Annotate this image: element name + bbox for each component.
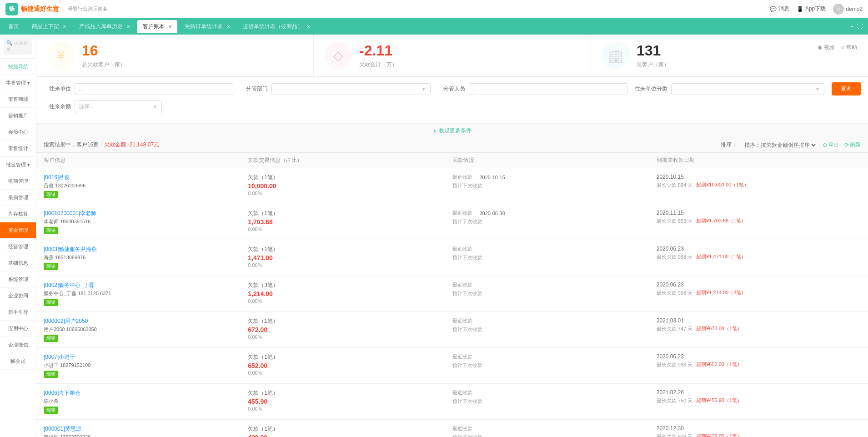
sidebar-item-ecommerce[interactable]: 电商管理 (0, 173, 36, 190)
maximize-icon[interactable]: ⛶ (857, 23, 863, 30)
debt-customers-value: 16 (82, 42, 125, 59)
debt-percent: 0.00% (248, 226, 452, 232)
next-pay-label: 预计下次收款 (452, 326, 657, 333)
sidebar-item-marketing[interactable]: 营销推广 (0, 108, 36, 124)
overdue-amount[interactable]: 超期¥1,471.00（1笔） (696, 253, 746, 260)
sidebar-item-finance[interactable]: 资金管理 (0, 222, 36, 239)
tab-inventory-stats[interactable]: 进货单统计表（按商品） ✕ (237, 20, 316, 33)
collection-cell: 最近收款 预计下次收款 (452, 425, 657, 437)
customer-name[interactable]: [0003]畅捷服务尹海燕 (44, 246, 248, 253)
overdue-days: 最长欠款 998 天 (657, 254, 692, 261)
table-row: [000001]黄思源 黄思源 13552700226 现销 欠款（1笔） 42… (36, 420, 868, 437)
recent-pay-label: 最近收款 (452, 353, 472, 360)
debt-amount[interactable]: 429.00 (248, 434, 452, 437)
debt-amount[interactable]: 1,703.68 (248, 218, 452, 226)
stat-card-total-customers: 🏢 131 总客户（家） ◉ 视频 ⊙ 帮助 (591, 35, 868, 76)
tab-production[interactable]: 产成品入库单历史 ✕ (74, 20, 135, 33)
close-tab-customer-account[interactable]: ✕ (168, 24, 172, 29)
debt-percent: 0.00% (248, 334, 452, 340)
debt-amount[interactable]: 10,000.00 (248, 182, 452, 190)
sidebar-item-purchase[interactable]: 采购管理 (0, 190, 36, 206)
refresh-button[interactable]: ⟳ 刷新 (844, 141, 861, 149)
customer-phone: 服务中心_丁磊 181 0125 8371 (44, 290, 248, 297)
customer-name[interactable]: [000001]黄思源 (44, 425, 248, 433)
customer-name[interactable]: [0006]去下粮仓 (44, 389, 248, 397)
sidebar-item-inventory[interactable]: 库存核算 (0, 206, 36, 222)
sidebar-item-enterprise-wechat[interactable]: 企业微信 (0, 337, 36, 353)
debt-cell: 欠款（1笔） 652.00 0.00% (248, 353, 452, 376)
sidebar-item-batch-mgmt[interactable]: 批发管理 ▾ (0, 157, 36, 173)
tab-products[interactable]: 商品上下架 ✕ (26, 20, 72, 33)
query-button[interactable]: 查询 (832, 82, 861, 95)
sidebar-item-retail-stats[interactable]: 零售统计 (0, 141, 36, 157)
source-unit-label: 往来单位 (44, 85, 71, 93)
balance-input[interactable]: 选择... ▼ (75, 100, 162, 113)
overdue-days: 最长欠款 747 天 (657, 326, 692, 332)
sidebar-item-retail-mall[interactable]: 零售商城 (0, 91, 36, 108)
overdue-amount[interactable]: 超期¥672.00（1笔） (696, 325, 742, 332)
sort-select[interactable]: 排序：按欠款金额倒序排序 (743, 141, 817, 149)
close-tab-inventory-stats[interactable]: ✕ (306, 24, 310, 29)
debt-cell: 欠款（1笔） 455.90 0.00% (248, 389, 452, 412)
customer-tag: 现销 (44, 335, 58, 342)
customer-tag: 现销 (44, 227, 58, 234)
overdue-amount[interactable]: 超期¥10,000.00（1笔） (696, 181, 749, 188)
user-avatar-btn[interactable]: d demo2 (833, 4, 863, 15)
debt-amount[interactable]: 672.00 (248, 326, 452, 333)
close-tab-production[interactable]: ✕ (126, 24, 130, 29)
tab-customer-account[interactable]: 客户账本 ✕ (137, 20, 177, 33)
sidebar-item-basic-info[interactable]: 基础信息 (0, 255, 36, 271)
sidebar-item-app-center[interactable]: 应用中心 (0, 321, 36, 337)
customer-name[interactable]: [0007]小进干 (44, 353, 248, 361)
customer-name[interactable]: [00010200001]李老师 (44, 210, 248, 217)
sidebar-item-newbie[interactable]: 新手引导 (0, 304, 36, 321)
recent-pay-label: 最近收款 (452, 210, 472, 216)
collapse-filter-btn[interactable]: ∧ 收起更多条件 (36, 124, 868, 137)
debt-count: 欠款（1笔） (248, 353, 452, 361)
search-menu-input[interactable]: 🔍 搜索菜单 (4, 38, 32, 55)
sidebar-item-operations[interactable]: 经营管理 (0, 239, 36, 255)
tab-home[interactable]: 首页 (3, 20, 25, 33)
help-btn[interactable]: ⊙ 帮助 (840, 44, 857, 51)
customer-name[interactable]: [000002]用户2050 (44, 317, 248, 325)
total-customers-value: 131 (637, 42, 669, 59)
unit-category-input[interactable]: ▼ (671, 83, 824, 95)
manager-input[interactable]: ... (469, 83, 627, 95)
tab-purchase-order[interactable]: 采购订单统计表 ✕ (179, 20, 236, 33)
overdue-amount[interactable]: 超期¥455.90（1笔） (696, 397, 742, 404)
sidebar-item-vip-member[interactable]: 畅会员 (0, 353, 36, 370)
debt-percent: 0.00% (248, 191, 452, 196)
sidebar-item-quick-nav[interactable]: 快捷导航 (0, 59, 36, 75)
overdue-amount[interactable]: 超期¥1,214.00（3笔） (696, 289, 746, 296)
minimize-icon[interactable]: − (850, 23, 853, 30)
sidebar-search-area[interactable]: 🔍 搜索菜单 (0, 35, 36, 59)
customer-tag: 现销 (44, 191, 58, 198)
app-download-btn[interactable]: 📱 App下载 (797, 5, 826, 13)
overdue-amount[interactable]: 超期¥1,703.68（1笔） (696, 217, 746, 224)
sidebar-item-member[interactable]: 会员中心 (0, 124, 36, 141)
customer-name[interactable]: [0002]服务中心_丁磊 (44, 281, 248, 289)
next-pay-label: 预计下次收款 (452, 182, 657, 189)
message-btn[interactable]: 💬 消息 (770, 5, 789, 13)
debt-amount[interactable]: 455.90 (248, 398, 452, 405)
sidebar-item-retail-mgmt[interactable]: 零售管理 ▾ (0, 75, 36, 91)
avatar: d (833, 4, 844, 15)
overdue-amount[interactable]: 超期¥429.00（1笔） (696, 433, 742, 437)
debt-amount[interactable]: 652.00 (248, 362, 452, 369)
sidebar-item-system[interactable]: 系统管理 (0, 271, 36, 288)
debt-amount[interactable]: 1,471.00 (248, 254, 452, 261)
recent-pay-date: 2020-06-30 (480, 211, 505, 216)
collection-cell: 最近收款 预计下次收款 (452, 281, 657, 297)
source-unit-input[interactable]: ... (75, 83, 233, 95)
overdue-amount[interactable]: 超期¥652.00（1笔） (696, 361, 742, 368)
recent-pay-date: 2020-10-15 (480, 175, 505, 180)
view-btn[interactable]: ◉ 视频 (818, 44, 834, 51)
export-button[interactable]: ⊙ 导出 (823, 141, 839, 149)
customer-name[interactable]: [0016]吕俊 (44, 174, 248, 181)
dept-input[interactable]: ▼ (271, 83, 430, 95)
close-tab-purchase-order[interactable]: ✕ (226, 24, 230, 29)
debt-amount[interactable]: 1,214.00 (248, 290, 452, 297)
sidebar-item-enterprise[interactable]: 企业协同 (0, 288, 36, 304)
close-tab-products[interactable]: ✕ (63, 24, 66, 29)
overdue-date: 2020.12.30 (657, 425, 861, 432)
